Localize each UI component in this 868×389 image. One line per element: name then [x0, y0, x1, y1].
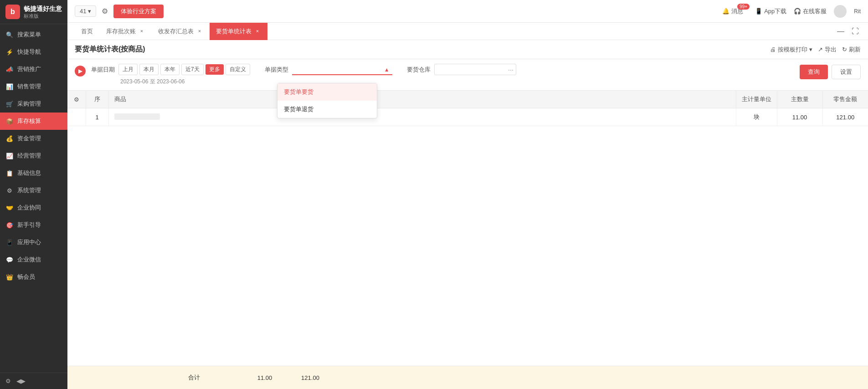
- record-type-input[interactable]: [292, 64, 392, 75]
- sidebar-item-basic-info[interactable]: 📋 基础信息: [0, 164, 67, 182]
- footer-amount: 121.00: [288, 372, 333, 384]
- date-btn-this-year[interactable]: 本年: [160, 64, 180, 75]
- date-buttons: 上月 本月 本年 近7天 更多 自定义: [118, 64, 250, 75]
- sidebar-item-guide[interactable]: 🎯 新手引导: [0, 216, 67, 234]
- close-tab-batch-icon[interactable]: ×: [139, 28, 145, 35]
- row-seq-cell: 1: [86, 108, 108, 126]
- export-btn[interactable]: ↗ 导出: [818, 46, 837, 54]
- table-row: 1 块 11.00 121.00: [67, 108, 868, 126]
- col-amount: 零售金额: [822, 91, 868, 108]
- sidebar-item-inventory[interactable]: 📦 库存核算: [0, 113, 67, 130]
- printer-icon: 🖨: [770, 46, 776, 53]
- record-type-input-wrap: ▲: [292, 64, 392, 75]
- header-right: 🔔 消息 99+ 📱 App下载 🎧 在线客服 Rit: [722, 5, 861, 18]
- sidebar-item-sales[interactable]: 📊 销售管理: [0, 78, 67, 95]
- page-header: 要货单统计表(按商品) 🖨 按模板打印 ▾ ↗ 导出 ↻ 刷新: [67, 40, 868, 59]
- search-icon: 🔍: [5, 31, 14, 39]
- user-name: Rit: [854, 8, 861, 15]
- table-header-row: ⚙ 序 商品 主计量单位 主数量: [67, 91, 868, 108]
- date-btn-custom[interactable]: 自定义: [226, 64, 250, 75]
- chevron-down-icon: ▾: [809, 46, 812, 53]
- tab-receive-summary[interactable]: 收发存汇总表 ×: [152, 23, 210, 40]
- header-settings-btn[interactable]: ⚙: [102, 7, 108, 15]
- sidebar-item-finance[interactable]: 💰 资金管理: [0, 130, 67, 147]
- chart-icon: 📊: [5, 82, 14, 91]
- refresh-icon: ↻: [842, 46, 847, 53]
- info-icon: 📋: [5, 169, 14, 177]
- chat-icon: 💬: [5, 256, 14, 264]
- col-settings[interactable]: ⚙: [67, 91, 86, 108]
- filter-settings-btn[interactable]: 设置: [832, 65, 861, 79]
- box-icon: 📦: [5, 117, 14, 125]
- user-avatar[interactable]: [834, 5, 847, 18]
- close-tab-receive-icon[interactable]: ×: [196, 28, 203, 35]
- phone-icon: 📱: [755, 8, 762, 15]
- tab-order-stat[interactable]: 要货单统计表 ×: [210, 23, 267, 40]
- bell-icon: 🔔: [722, 8, 729, 15]
- sidebar-item-wechat[interactable]: 💬 企业微信: [0, 251, 67, 268]
- footer-qty: 11.00: [242, 372, 288, 384]
- sidebar-item-system[interactable]: ⚙ 系统管理: [0, 182, 67, 199]
- dropdown-option-order-goods[interactable]: 要货单要货: [277, 83, 377, 101]
- table-footer: 合计 11.00 121.00: [67, 366, 868, 389]
- data-table: ⚙ 序 商品 主计量单位 主数量: [67, 91, 868, 126]
- row-unit-cell: 块: [736, 108, 777, 126]
- logo-text: 畅捷通好生意 标准版: [24, 5, 62, 19]
- cart-icon: 🛒: [5, 100, 14, 108]
- money-icon: 💰: [5, 134, 14, 143]
- filter-group-date: 单据日期 上月 本月 本年 近7天 更多 自定义 2023-05-06 至 20…: [91, 64, 250, 86]
- store-dropdown[interactable]: 41 ▾: [75, 5, 96, 17]
- dropdown-option-return-goods[interactable]: 要货单退货: [277, 101, 377, 118]
- row-settings-cell: [67, 108, 86, 126]
- date-btn-more[interactable]: 更多: [205, 64, 224, 75]
- date-label: 单据日期: [91, 66, 115, 74]
- sidebar-settings-btn[interactable]: ⚙: [5, 378, 11, 384]
- header: 41 ▾ ⚙ 体验行业方案 🔔 消息 99+ 📱 App下载 🎧 在线客服 Ri…: [67, 0, 868, 23]
- expand-icon: ▶: [78, 68, 82, 74]
- row-qty-cell: 11.00: [777, 108, 822, 126]
- sidebar-item-operations[interactable]: 📈 经营管理: [0, 147, 67, 164]
- tab-batch-account[interactable]: 库存批次账 ×: [100, 23, 152, 40]
- print-btn[interactable]: 🖨 按模板打印 ▾: [770, 46, 812, 54]
- filter-row-date: 单据日期 上月 本月 本年 近7天 更多 自定义: [91, 64, 250, 75]
- warehouse-input[interactable]: [434, 64, 516, 75]
- page-title: 要货单统计表(按商品): [75, 45, 145, 54]
- tab-home[interactable]: 首页: [75, 23, 100, 40]
- filter-group-warehouse: 要货仓库 ···: [407, 64, 516, 75]
- page-actions: 🖨 按模板打印 ▾ ↗ 导出 ↻ 刷新: [770, 46, 861, 54]
- trial-btn[interactable]: 体验行业方案: [113, 5, 164, 18]
- warehouse-input-wrap: ···: [434, 64, 516, 75]
- filter-actions: 查询 设置: [800, 65, 861, 79]
- sidebar-bottom: ⚙ ◀▶: [0, 373, 67, 389]
- tab-minimize-btn[interactable]: —: [835, 26, 846, 37]
- row-product-cell: [108, 108, 736, 126]
- messages-btn[interactable]: 🔔 消息 99+: [722, 7, 743, 15]
- date-btn-last-month[interactable]: 上月: [118, 64, 138, 75]
- col-unit: 主计量单位: [736, 91, 777, 108]
- logo-icon: b: [5, 5, 20, 19]
- app-download-btn[interactable]: 📱 App下载: [755, 7, 786, 15]
- tab-controls: — ⛶: [835, 26, 861, 37]
- filter-row-date-range: 2023-05-06 至 2023-06-06: [91, 78, 250, 86]
- sidebar-item-search[interactable]: 🔍 搜索菜单: [0, 26, 67, 43]
- sidebar-item-marketing[interactable]: 📣 营销推广: [0, 61, 67, 78]
- sidebar-item-member[interactable]: 👑 畅会员: [0, 268, 67, 286]
- sidebar-collapse-btn[interactable]: ◀▶: [16, 378, 26, 384]
- online-service-btn[interactable]: 🎧 在线客服: [794, 7, 827, 15]
- warehouse-dots-icon[interactable]: ···: [508, 66, 514, 73]
- tab-expand-btn[interactable]: ⛶: [850, 26, 861, 37]
- sidebar-item-quicknav[interactable]: ⚡ 快捷导航: [0, 43, 67, 61]
- date-btn-this-month[interactable]: 本月: [139, 64, 159, 75]
- sidebar-item-purchase[interactable]: 🛒 采购管理: [0, 95, 67, 113]
- date-btn-7days[interactable]: 近7天: [181, 64, 204, 75]
- sidebar-item-enterprise[interactable]: 🤝 企业协同: [0, 199, 67, 216]
- product-name-placeholder: [114, 113, 160, 120]
- close-tab-order-icon[interactable]: ×: [254, 28, 261, 35]
- page-content: 要货单统计表(按商品) 🖨 按模板打印 ▾ ↗ 导出 ↻ 刷新: [67, 40, 868, 389]
- sidebar-item-appcenter[interactable]: 📱 应用中心: [0, 234, 67, 251]
- refresh-btn[interactable]: ↻ 刷新: [842, 46, 861, 54]
- handshake-icon: 🤝: [5, 204, 14, 212]
- filter-expand-btn[interactable]: ▶: [75, 66, 86, 77]
- table-body: 1 块 11.00 121.00: [67, 108, 868, 126]
- query-btn[interactable]: 查询: [800, 65, 828, 79]
